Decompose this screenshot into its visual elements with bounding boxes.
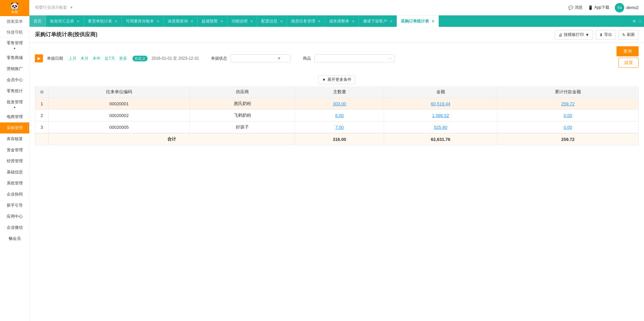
table-body: 100020001惠氏奶粉303.0060,519.44259.72200020… bbox=[35, 98, 639, 133]
date-shortcut-more[interactable]: 更多 bbox=[118, 55, 128, 62]
nav-tab-purchase-summary[interactable]: 采购订单统计表✕ bbox=[397, 15, 439, 27]
table-header-row: ⚙往来单位编码供应商主数量金额累计付款金额 bbox=[35, 86, 639, 98]
export-button[interactable]: ⬇ 导出 bbox=[596, 30, 616, 40]
nav-tab-warranty-query[interactable]: 保质期查询✕ bbox=[164, 15, 198, 27]
sidebar-item-marketing[interactable]: 营销推广 bbox=[0, 63, 29, 74]
sidebar-item-label-enterprise-wechat: 企业微信 bbox=[7, 225, 23, 230]
sidebar-item-app-center[interactable]: 应用中心 bbox=[0, 211, 29, 222]
global-header-left: 母婴行业演示账套 ▼ bbox=[35, 5, 73, 10]
query-button[interactable]: 查询 bbox=[616, 46, 639, 56]
sidebar-item-label-operations-mgmt: 经营管理 bbox=[7, 158, 23, 164]
nav-tab-close-config-info[interactable]: ✕ bbox=[280, 19, 283, 23]
nav-tab-invite-downstream[interactable]: 邀请下游客户✕ bbox=[359, 15, 397, 27]
sidebar-item-ecommerce-mgmt[interactable]: 电商管理 bbox=[0, 111, 29, 122]
main-qty-cell[interactable]: 7.00 bbox=[295, 121, 384, 133]
goods-input[interactable]: ··· bbox=[314, 54, 395, 62]
sidebar-item-basic-info[interactable]: 基础信息 bbox=[0, 167, 29, 178]
global-header: 母婴行业演示账套 ▼ 💬 消息 📱 App下载 Ea demo2 bbox=[30, 0, 644, 15]
nav-tab-close-invite-downstream[interactable]: ✕ bbox=[390, 19, 392, 23]
settings-col-icon[interactable]: ⚙ bbox=[40, 90, 44, 95]
nav-tab-overstock-warning[interactable]: 超储预警✕ bbox=[198, 15, 227, 27]
nav-tab-close-overstock-warning[interactable]: ✕ bbox=[220, 19, 223, 23]
nav-tab-close-warranty-query[interactable]: ✕ bbox=[191, 19, 193, 23]
col-header-amount: 金额 bbox=[384, 86, 497, 98]
sidebar-item-label-enterprise-collab: 企业协同 bbox=[7, 192, 23, 197]
nav-tab-feature-notes[interactable]: 功能说明✕ bbox=[227, 15, 257, 27]
nav-tab-available-inventory[interactable]: 可用量库存账本✕ bbox=[122, 15, 164, 27]
print-icon: 🖨 bbox=[558, 33, 562, 37]
unit-code-cell: 00020002 bbox=[49, 110, 190, 121]
sidebar-item-enterprise-collab[interactable]: 企业协同 bbox=[0, 189, 29, 200]
goods-filter: 商品 ··· bbox=[303, 54, 395, 62]
sidebar-logo[interactable]: 🐼 标题 bbox=[0, 0, 29, 16]
col-header-main-qty: 主数量 bbox=[295, 86, 384, 98]
sidebar-item-purchase-mgmt[interactable]: 采购管理 bbox=[0, 122, 29, 133]
expand-icon: ▼ bbox=[322, 77, 326, 82]
sidebar-item-inventory[interactable]: 库存核算 bbox=[0, 133, 29, 145]
close-tab-icon[interactable]: ✕ bbox=[632, 18, 636, 24]
nav-tab-label-feature-notes: 功能说明 bbox=[231, 18, 248, 24]
expand-filters-button[interactable]: ▼ 展开更多条件 bbox=[318, 75, 355, 84]
message-button[interactable]: 💬 消息 bbox=[568, 5, 583, 10]
print-button[interactable]: 🖨 按模板打印 ▼ bbox=[555, 30, 593, 40]
sidebar-search[interactable]: 搜索菜单 bbox=[0, 16, 29, 28]
date-shortcut-this-month[interactable]: 本月 bbox=[79, 55, 90, 62]
nav-tab-receive-summary[interactable]: 收发存汇总表✕ bbox=[46, 15, 84, 27]
sidebar-item-enterprise-wechat[interactable]: 企业微信 bbox=[0, 222, 29, 233]
unit-code-cell: 00020005 bbox=[49, 121, 190, 133]
sidebar-item-label-retail-mall: 零售商城 bbox=[7, 55, 23, 61]
cumulative-payment-cell[interactable]: 259.72 bbox=[497, 98, 639, 110]
sidebar-shortcut[interactable]: 快捷导航 bbox=[0, 28, 29, 38]
sidebar-item-wholesale-mgmt[interactable]: 批发管理▲ bbox=[0, 97, 29, 111]
top-nav-actions: ✕ □ bbox=[630, 18, 644, 24]
nav-tab-close-receive-summary[interactable]: ✕ bbox=[77, 19, 79, 23]
print-dropdown-icon: ▼ bbox=[585, 33, 589, 37]
nav-tab-picking-task[interactable]: 拣货任务管理✕ bbox=[287, 15, 325, 27]
nav-tab-home[interactable]: 首页 bbox=[30, 15, 46, 27]
sidebar-item-retail-stats[interactable]: 零售统计 bbox=[0, 86, 29, 97]
cumulative-payment-cell[interactable]: 0.00 bbox=[497, 121, 639, 133]
nav-tab-close-available-inventory[interactable]: ✕ bbox=[157, 19, 159, 23]
sidebar-item-retail-mgmt[interactable]: 零售管理▲ bbox=[0, 38, 29, 52]
nav-tab-close-feature-notes[interactable]: ✕ bbox=[250, 19, 253, 23]
nav-tab-cost-adjust[interactable]: 成本调整单✕ bbox=[325, 15, 359, 27]
sidebar-item-retail-mall[interactable]: 零售商城 bbox=[0, 52, 29, 63]
sidebar-item-label-marketing: 营销推广 bbox=[7, 66, 23, 72]
date-shortcut-last-month[interactable]: 上月 bbox=[67, 55, 78, 62]
sidebar-item-arrow-retail-mgmt: ▲ bbox=[13, 47, 16, 50]
app-download-button[interactable]: 📱 App下载 bbox=[588, 5, 609, 10]
sidebar-item-system-mgmt[interactable]: 系统管理 bbox=[0, 178, 29, 189]
filter-toggle-button[interactable]: ▶ bbox=[35, 54, 43, 62]
main-qty-cell[interactable]: 303.00 bbox=[295, 98, 384, 110]
main-qty-cell[interactable]: 6.00 bbox=[295, 110, 384, 121]
nav-tab-close-picking-task[interactable]: ✕ bbox=[318, 19, 321, 23]
sidebar-item-label-finance-mgmt: 资金管理 bbox=[7, 147, 23, 153]
status-filter-label: 单据状态 bbox=[211, 56, 227, 61]
sidebar-item-member[interactable]: 畅会员 bbox=[0, 233, 29, 244]
sidebar-item-new-guide[interactable]: 新手引导 bbox=[0, 200, 29, 211]
custom-date-badge[interactable]: 自定义 bbox=[132, 56, 148, 61]
sidebar-item-finance-mgmt[interactable]: 资金管理 bbox=[0, 145, 29, 156]
amount-cell[interactable]: 60,519.44 bbox=[384, 98, 497, 110]
breadcrumb-dropdown-icon[interactable]: ▼ bbox=[70, 6, 73, 9]
date-shortcut-last-7days[interactable]: 近7天 bbox=[103, 55, 116, 62]
amount-cell[interactable]: 1,586.52 bbox=[384, 110, 497, 121]
row-no: 1 bbox=[35, 98, 49, 110]
nav-tab-requisition-summary[interactable]: 要货单统计表✕ bbox=[84, 15, 122, 27]
amount-cell[interactable]: 525.80 bbox=[384, 121, 497, 133]
status-select[interactable]: ▼ bbox=[230, 54, 291, 62]
nav-tab-config-info[interactable]: 配置信息✕ bbox=[257, 15, 287, 27]
date-shortcut-this-year[interactable]: 本年 bbox=[91, 55, 102, 62]
refresh-button[interactable]: ↻ 刷新 bbox=[619, 30, 639, 40]
sidebar-item-member-center[interactable]: 会员中心 bbox=[0, 74, 29, 86]
cumulative-payment-cell[interactable]: 0.00 bbox=[497, 110, 639, 121]
nav-tab-close-requisition-summary[interactable]: ✕ bbox=[115, 19, 117, 23]
sidebar-item-operations-mgmt[interactable]: 经营管理 bbox=[0, 156, 29, 167]
user-profile[interactable]: Ea demo2 bbox=[615, 3, 639, 12]
maximize-icon[interactable]: □ bbox=[639, 19, 641, 23]
col-header-cumulative-payment: 累计付款金额 bbox=[497, 86, 639, 98]
nav-tab-close-purchase-summary[interactable]: ✕ bbox=[432, 19, 434, 23]
nav-tab-close-cost-adjust[interactable]: ✕ bbox=[352, 19, 355, 23]
settings-button[interactable]: 设置 bbox=[619, 58, 639, 68]
status-select-arrow: ▼ bbox=[277, 56, 281, 61]
